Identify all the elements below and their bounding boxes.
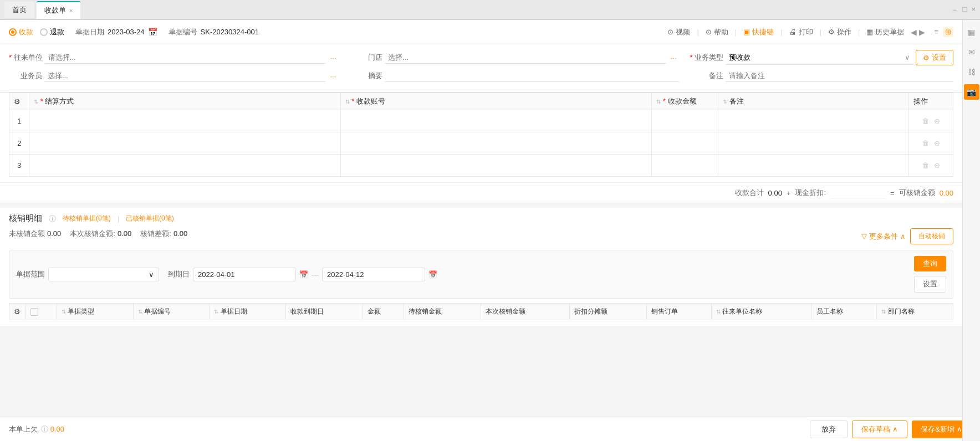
history-icon: ▦: [866, 28, 873, 36]
store-dots[interactable]: ···: [668, 54, 679, 62]
form-area: * 往来单位 ··· 门店 ··· * 业务类型 预收款: [0, 44, 962, 93]
copy-icon-1[interactable]: ⊕: [932, 117, 942, 125]
col-checkbox-check[interactable]: [26, 304, 57, 320]
settings-button[interactable]: ⚙ 设置: [916, 50, 953, 65]
done-tab[interactable]: 已核销单据(0笔): [126, 214, 174, 223]
biz-type-value: 预收款: [729, 53, 751, 63]
prev-arrow[interactable]: ◀: [911, 28, 917, 37]
bottom-table: ⚙ ⇅ 单据类型 ⇅ 单据编号 ⇅ 单据日期 收款到期日 金额: [9, 303, 953, 320]
cell-amount-3[interactable]: [652, 155, 718, 177]
nav-arrows: ◀ ▶: [911, 28, 925, 37]
bill-no-field: 单据编号 SK-20230324-001: [169, 27, 259, 37]
pending-tab[interactable]: 待核销单据(0笔): [63, 214, 111, 223]
partner-input[interactable]: [45, 52, 326, 64]
copy-icon-2[interactable]: ⊕: [932, 139, 942, 147]
cell-remark-1[interactable]: [718, 110, 909, 132]
partner-dots[interactable]: ···: [328, 54, 338, 62]
grid-view-icon[interactable]: ⊞: [943, 27, 953, 37]
sidebar-camera-icon[interactable]: 📷: [964, 84, 979, 100]
next-arrow[interactable]: ▶: [919, 28, 925, 37]
date-range: 📅 — 📅: [193, 268, 437, 281]
per-order-value: 0.00: [50, 425, 64, 433]
store-input[interactable]: [385, 52, 666, 64]
remark-field: 备注: [690, 70, 953, 82]
receipt-label: 收款: [19, 27, 33, 37]
refund-radio[interactable]: 退款: [40, 27, 64, 37]
minimize-icon[interactable]: －: [951, 5, 958, 15]
history-btn[interactable]: ▦ 历史单据: [866, 27, 904, 37]
cell-account-2[interactable]: [340, 132, 652, 155]
calendar-icon[interactable]: 📅: [148, 28, 157, 37]
help-btn[interactable]: ⊙ 帮助: [706, 27, 728, 37]
settings-header[interactable]: ⚙: [9, 93, 29, 110]
cell-remark-2[interactable]: [718, 132, 909, 155]
receipt-radio[interactable]: 收款: [9, 27, 33, 37]
cell-settlement-3[interactable]: [29, 155, 341, 177]
calendar-to-icon[interactable]: 📅: [428, 270, 437, 279]
tab-receipt[interactable]: 收款单 ×: [37, 1, 80, 19]
available-value: 0.00: [940, 189, 953, 197]
sidebar-link-icon[interactable]: ⛓: [964, 64, 979, 80]
discount-input[interactable]: [830, 187, 886, 198]
summary-row: 收款合计 0.00 + 现金折扣: = 可核销金额 0.00: [0, 182, 962, 203]
list-view-icon[interactable]: ≡: [932, 27, 941, 37]
verify-info-icon[interactable]: ⓘ: [49, 214, 56, 224]
tab-home[interactable]: 首页: [4, 2, 34, 18]
cell-amount-2[interactable]: [652, 132, 718, 155]
cell-settlement-1[interactable]: [29, 110, 341, 132]
current-stat: 本次核销金额: 0.00: [70, 229, 131, 239]
per-order-stat: 本单上欠 ⓘ 0.00: [9, 424, 64, 434]
delete-icon-2[interactable]: 🗑: [920, 139, 931, 147]
select-all-checkbox[interactable]: [30, 308, 38, 316]
col-checkbox[interactable]: ⚙: [9, 304, 26, 320]
tab-bar: 首页 收款单 × － □ ×: [0, 0, 980, 20]
filter-icon: ▽: [861, 232, 867, 240]
discount-label: 现金折扣:: [795, 188, 826, 198]
help-icon: ⊙: [706, 28, 712, 36]
biz-type-dropdown[interactable]: 预收款 ∨: [726, 51, 913, 65]
form-row-2: 业务员 ··· 摘要 备注: [9, 70, 953, 82]
cell-settlement-2[interactable]: [29, 132, 341, 155]
close-icon[interactable]: ×: [971, 5, 976, 15]
remark-input[interactable]: [726, 70, 953, 82]
table-settings-icon-bottom: ⚙: [14, 307, 21, 316]
sidebar-table-icon[interactable]: ▦: [964, 24, 979, 40]
filter-settings-btn[interactable]: 设置: [914, 276, 946, 293]
row-num-1: 1: [9, 110, 29, 132]
summary-input[interactable]: [385, 70, 678, 82]
video-btn[interactable]: ⊙ 视频: [667, 27, 690, 37]
date-from-input[interactable]: [193, 268, 296, 281]
cell-account-1[interactable]: [340, 110, 652, 132]
more-conditions-btn[interactable]: ▽ 更多条件 ∧: [861, 232, 906, 242]
maximize-icon[interactable]: □: [963, 5, 967, 15]
discard-btn[interactable]: 放弃: [810, 421, 848, 438]
cell-amount-1[interactable]: [652, 110, 718, 132]
shortcut-btn[interactable]: ▣ 快捷键: [743, 27, 774, 37]
remark-label: 备注: [690, 71, 723, 81]
save-label: 保存&新增: [921, 424, 955, 434]
delete-icon-1[interactable]: 🗑: [920, 117, 931, 125]
col-bill-type: ⇅ 单据类型: [57, 304, 133, 320]
tab-close-icon[interactable]: ×: [69, 7, 73, 14]
cell-account-3[interactable]: [340, 155, 652, 177]
draft-btn[interactable]: 保存草稿 ∧: [852, 421, 907, 438]
operation-btn[interactable]: ⚙ 操作: [828, 27, 851, 37]
date-to-input[interactable]: [322, 268, 425, 281]
cell-remark-3[interactable]: [718, 155, 909, 177]
staff-dots[interactable]: ···: [328, 72, 338, 80]
calendar-from-icon[interactable]: 📅: [299, 270, 308, 279]
staff-input[interactable]: [44, 70, 325, 82]
copy-icon-3[interactable]: ⊕: [932, 161, 942, 170]
col-sales-order: 销售订单: [646, 304, 711, 320]
per-order-info-icon[interactable]: ⓘ: [41, 425, 48, 433]
delete-icon-3[interactable]: 🗑: [920, 161, 931, 170]
auto-verify-btn[interactable]: 自动核销: [910, 228, 953, 244]
query-btn[interactable]: 查询: [914, 256, 946, 271]
print-icon: 🖨: [789, 28, 797, 36]
range-select[interactable]: ∨: [48, 268, 159, 281]
date-separator: —: [312, 270, 319, 279]
section-divider: [0, 203, 962, 208]
print-btn[interactable]: 🖨 打印: [789, 27, 813, 37]
col-current-verify: 本次核销金额: [481, 304, 569, 320]
sidebar-email-icon[interactable]: ✉: [964, 44, 979, 60]
